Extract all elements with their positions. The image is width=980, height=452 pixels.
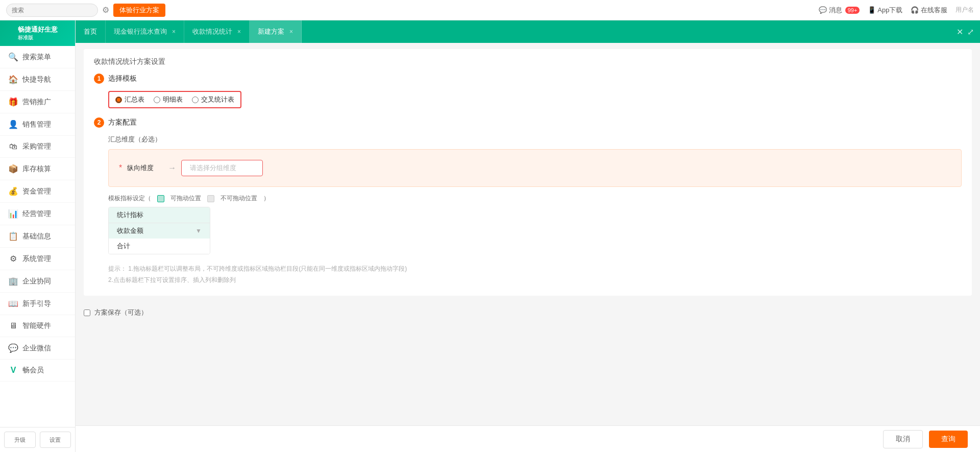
member-icon: V	[8, 366, 18, 375]
indicator-legend: 模板指标设定（ 可拖动位置 不可拖动位置 ）	[108, 194, 962, 203]
page-content: 收款情况统计方案设置 1 选择模板 汇总表 明细表	[76, 43, 980, 425]
sidebar-item-guide[interactable]: 📖 新手引导	[0, 293, 75, 315]
dim-arrow: →	[168, 163, 176, 173]
tab-bank-flow[interactable]: 现金银行流水查询 ×	[106, 20, 184, 43]
tab-home[interactable]: 首页	[76, 20, 106, 43]
sales-icon: 👤	[8, 120, 18, 129]
gear-icon[interactable]: ⚙	[102, 5, 109, 15]
sidebar-item-inventory[interactable]: 📦 库存核算	[0, 158, 75, 180]
sidebar-label: 库存核算	[22, 164, 51, 174]
sidebar-item-sales[interactable]: 👤 销售管理	[0, 113, 75, 136]
message-badge: 99+	[845, 7, 860, 14]
tab-bank-flow-label: 现金银行流水查询	[114, 27, 167, 36]
radio-detail[interactable]: 明细表	[154, 95, 183, 104]
legend-label-prefix: 模板指标设定（	[108, 194, 151, 203]
section1-num: 1	[94, 74, 104, 84]
sidebar-item-finance[interactable]: 💰 资金管理	[0, 180, 75, 203]
section2-num: 2	[94, 117, 104, 128]
basic-info-icon: 📋	[8, 231, 18, 241]
sidebar-label: 快捷导航	[22, 75, 51, 84]
sidebar-label: 系统管理	[22, 254, 51, 264]
indicator-row-label: 收款金额	[117, 226, 143, 235]
sidebar-item-quick-nav[interactable]: 🏠 快捷导航	[0, 68, 75, 91]
dimension-area: * 纵向维度 → 请选择分组维度	[108, 149, 962, 187]
sidebar-label: 营销推广	[22, 98, 51, 107]
chevron-down-icon: ▼	[195, 227, 202, 234]
tab-new-plan[interactable]: 新建方案 ×	[250, 20, 302, 43]
radio-summary[interactable]: 汇总表	[115, 95, 144, 104]
tab-controls: ✕ ⤢	[957, 20, 980, 43]
sidebar-item-basic-info[interactable]: 📋 基础信息	[0, 225, 75, 248]
radio-detail-label: 明细表	[163, 95, 183, 104]
indicator-row-collection[interactable]: 收款金额 ▼	[109, 223, 210, 239]
tips-area: 提示： 1.拖动标题栏可以调整布局，不可跨维度或指标区域拖动栏目段(只能在同一维…	[108, 264, 962, 286]
sidebar-label: 基础信息	[22, 232, 51, 241]
config-card: 收款情况统计方案设置 1 选择模板 汇总表 明细表	[84, 49, 972, 296]
sidebar-item-enterprise[interactable]: 🏢 企业协同	[0, 270, 75, 293]
sidebar-label: 企业协同	[22, 277, 51, 286]
radio-cross-label: 交叉统计表	[201, 95, 234, 104]
industry-btn[interactable]: 体验行业方案	[113, 4, 165, 17]
marketing-icon: 🎁	[8, 97, 18, 107]
tab-collection-stat-close[interactable]: ×	[237, 28, 241, 35]
tab-collection-stat-label: 收款情况统计	[192, 27, 232, 36]
bottom-bar: 取消 查询	[76, 425, 980, 452]
radio-cross[interactable]: 交叉统计表	[192, 95, 234, 104]
sidebar-item-marketing[interactable]: 🎁 营销推广	[0, 91, 75, 113]
top-bar-left: ⚙ 体验行业方案	[6, 4, 165, 17]
tab-home-label: 首页	[84, 27, 97, 36]
main-layout: 畅捷通好生意 标准版 🔍 搜索菜单 🏠 快捷导航 🎁 营销推广 👤 销售管理 🛍…	[0, 20, 980, 452]
indicator-settings: 模板指标设定（ 可拖动位置 不可拖动位置 ） 统计指标 收款金额	[108, 194, 962, 256]
template-selection-box: 汇总表 明细表 交叉统计表	[108, 91, 241, 108]
sidebar-label: 搜索菜单	[22, 53, 51, 62]
legend-fixed-box	[207, 195, 214, 202]
sidebar-label: 企业微信	[22, 344, 51, 353]
sidebar-item-purchase[interactable]: 🛍 采购管理	[0, 136, 75, 158]
search-input[interactable]	[6, 4, 98, 17]
tip-line2: 2.点击标题栏下拉可设置排序、插入列和删除列	[108, 275, 962, 286]
sidebar-item-search-menu[interactable]: 🔍 搜索菜单	[0, 46, 75, 68]
tab-bank-flow-close[interactable]: ×	[172, 28, 176, 35]
system-icon: ⚙	[8, 254, 18, 264]
wechat-icon: 💬	[8, 343, 18, 353]
indicator-table: 统计指标 收款金额 ▼ 合计	[108, 207, 210, 254]
indicator-header: 统计指标	[109, 207, 210, 223]
settings-btn[interactable]: 设置	[40, 432, 71, 448]
legend-fixed-label: 不可拖动位置	[220, 194, 257, 203]
logo-sub-text: 标准版	[18, 34, 58, 41]
sidebar-item-member[interactable]: V 畅会员	[0, 360, 75, 382]
sidebar-item-hardware[interactable]: 🖥 智能硬件	[0, 315, 75, 337]
tip-line1: 提示： 1.拖动标题栏可以调整布局，不可跨维度或指标区域拖动栏目段(只能在同一维…	[108, 264, 962, 275]
sidebar-label: 采购管理	[22, 142, 51, 151]
purchase-icon: 🛍	[8, 142, 18, 151]
sidebar-item-system[interactable]: ⚙ 系统管理	[0, 248, 75, 270]
section2-title: 方案配置	[108, 118, 137, 127]
save-area: 方案保存（可选）	[76, 302, 980, 325]
top-bar: ⚙ 体验行业方案 💬 消息 99+ 📱 App下载 🎧 在线客服 用户名	[0, 0, 980, 20]
sidebar-item-wechat[interactable]: 💬 企业微信	[0, 337, 75, 360]
sidebar-label: 资金管理	[22, 187, 51, 196]
sidebar-item-operations[interactable]: 📊 经营管理	[0, 203, 75, 225]
quick-nav-icon: 🏠	[8, 75, 18, 84]
message-icon[interactable]: 💬 消息 99+	[819, 6, 860, 15]
top-bar-right: 💬 消息 99+ 📱 App下载 🎧 在线客服 用户名	[819, 6, 974, 15]
query-button[interactable]: 查询	[929, 431, 968, 448]
sidebar-label: 智能硬件	[22, 321, 51, 330]
radio-summary-label: 汇总表	[125, 95, 144, 104]
dim-selector-placeholder: 请选择分组维度	[190, 164, 236, 172]
message-label: 消息	[829, 6, 842, 14]
tab-new-plan-close[interactable]: ×	[289, 28, 293, 35]
service-label[interactable]: 🎧 在线客服	[911, 6, 947, 15]
upgrade-btn[interactable]: 升级	[4, 432, 36, 448]
finance-icon: 💰	[8, 186, 18, 196]
save-checkbox[interactable]	[84, 310, 90, 316]
dim-selector[interactable]: 请选择分组维度	[181, 160, 263, 176]
logo-main-text: 畅捷通好生意	[18, 25, 58, 34]
maximize-btn[interactable]: ⤢	[967, 27, 974, 37]
tab-collection-stat[interactable]: 收款情况统计 ×	[184, 20, 250, 43]
sidebar-label: 新手引导	[22, 299, 51, 308]
close-window-btn[interactable]: ✕	[957, 27, 963, 37]
sidebar-label: 经营管理	[22, 209, 51, 219]
cancel-button[interactable]: 取消	[883, 430, 923, 448]
download-label[interactable]: 📱 App下载	[868, 6, 902, 15]
